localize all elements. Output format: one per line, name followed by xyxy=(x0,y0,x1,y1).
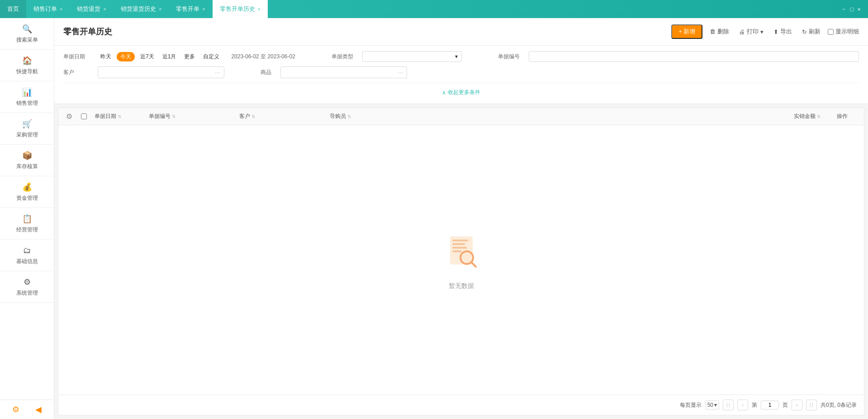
order-type-select[interactable]: ▾ xyxy=(362,51,462,62)
delete-button[interactable]: 🗑 删除 xyxy=(707,26,732,38)
date-option-7days[interactable]: 近7天 xyxy=(138,52,157,61)
settings-bottom-icon[interactable]: ⚙ xyxy=(12,405,19,414)
page-first-button[interactable]: ⟨⟨ xyxy=(723,400,734,410)
sys-mgmt-icon: ⚙ xyxy=(22,277,33,287)
sidebar-item-quick-nav[interactable]: 🏠 快捷导航 xyxy=(0,50,54,81)
refresh-button[interactable]: ↻ 刷新 xyxy=(799,26,823,38)
sales-mgmt-icon: 📊 xyxy=(22,87,33,98)
tab-sales-order-close[interactable]: × xyxy=(60,6,62,12)
export-button[interactable]: ⬆ 导出 xyxy=(771,26,795,38)
th-number[interactable]: 单据编号 ⇅ xyxy=(145,113,236,120)
select-all-input[interactable] xyxy=(81,113,87,119)
main-layout: 🔍 搜索采单 🏠 快捷导航 📊 销售管理 🛒 采购管理 📦 库存核算 💰 资金管… xyxy=(0,18,868,419)
goods-input[interactable] xyxy=(285,69,396,75)
date-option-today[interactable]: 今天 xyxy=(117,52,135,61)
sidebar-item-sales-mgmt[interactable]: 📊 销售管理 xyxy=(0,81,54,113)
sidebar-item-sales-mgmt-label: 销售管理 xyxy=(16,99,38,107)
sidebar-item-purchase-mgmt-label: 采购管理 xyxy=(16,131,38,139)
page-next-button[interactable]: ＞ xyxy=(792,400,802,410)
customer-filter-label: 客户 xyxy=(63,69,89,76)
tab-list: 首页 销售订单 × 销货退货 × 销货退货历史 × 零售开单 × 零售开单历史 … xyxy=(0,0,841,18)
tab-sales-return-close[interactable]: × xyxy=(103,6,106,12)
finance-mgmt-icon: 💰 xyxy=(22,182,33,193)
window-controls: － □ × xyxy=(841,5,868,13)
collapse-sidebar-icon[interactable]: ◀ xyxy=(35,405,42,414)
page-prev-button[interactable]: ＜ xyxy=(737,400,748,410)
goods-dots[interactable]: ··· xyxy=(398,69,403,76)
table-settings-button[interactable]: ⚙ xyxy=(62,112,76,121)
window-restore[interactable]: □ xyxy=(850,6,854,13)
date-range-display: 2023-06-02 至 2023-06-02 xyxy=(231,53,295,61)
th-amount[interactable]: 实销金额 ⇅ xyxy=(380,113,824,120)
tab-retail-open-history[interactable]: 零售开单历史 × xyxy=(213,0,268,18)
quick-nav-icon: 🏠 xyxy=(22,55,33,66)
tab-retail-open-label: 零售开单 xyxy=(176,5,199,13)
sidebar-item-basic-info-label: 基础信息 xyxy=(16,258,38,265)
tab-retail-open[interactable]: 零售开单 × xyxy=(169,0,212,18)
window-minimize[interactable]: － xyxy=(841,5,847,13)
date-option-1month[interactable]: 近1月 xyxy=(160,52,179,61)
customer-input-wrapper[interactable]: ··· xyxy=(98,66,224,78)
sidebar-item-finance-mgmt-label: 资金管理 xyxy=(16,194,38,202)
top-bar: 首页 销售订单 × 销货退货 × 销货退货历史 × 零售开单 × 零售开单历史 … xyxy=(0,0,868,18)
sidebar-item-finance-mgmt[interactable]: 💰 资金管理 xyxy=(0,176,54,208)
export-label: 导出 xyxy=(780,28,792,36)
add-button[interactable]: + 新增 xyxy=(671,24,702,39)
tab-sales-return[interactable]: 销货退货 × xyxy=(70,0,113,18)
tab-sales-order[interactable]: 销售订单 × xyxy=(26,0,70,18)
page-label: 第 xyxy=(752,401,757,409)
collapse-row: ∧ 收起更多条件 xyxy=(63,83,859,98)
tab-sales-return-history-label: 销货退货历史 xyxy=(121,5,156,13)
print-button[interactable]: 🖨 打印 ▾ xyxy=(736,26,766,38)
tab-sales-return-history-close[interactable]: × xyxy=(159,6,161,12)
th-number-sort-icon: ⇅ xyxy=(172,114,175,119)
tab-home[interactable]: 首页 xyxy=(0,0,26,18)
filter-area: 单据日期 昨天 今天 近7天 近1月 更多 自定义 2023-06-02 至 2… xyxy=(54,46,868,104)
sidebar-item-purchase-mgmt[interactable]: 🛒 采购管理 xyxy=(0,113,54,145)
page-size-select[interactable]: 50 ▾ xyxy=(705,400,719,410)
sidebar-item-ops-mgmt[interactable]: 📋 经营管理 xyxy=(0,208,54,240)
search-order-icon: 🔍 xyxy=(22,24,33,34)
date-option-custom[interactable]: 自定义 xyxy=(200,52,222,61)
table-area: ⚙ 单据日期 ⇅ 单据编号 ⇅ 客户 ⇅ 导购员 ⇅ xyxy=(58,108,864,415)
th-guide-label: 导购员 xyxy=(330,113,346,120)
tab-sales-return-history[interactable]: 销货退货历史 × xyxy=(114,0,169,18)
page-last-button[interactable]: ⟩⟩ xyxy=(806,400,817,410)
tab-retail-open-history-close[interactable]: × xyxy=(258,6,261,12)
show-detail-label: 显示明细 xyxy=(835,28,859,36)
goods-input-wrapper[interactable]: ··· xyxy=(280,66,407,78)
date-option-more[interactable]: 更多 xyxy=(181,52,198,61)
page-header: 零售开单历史 + 新增 🗑 删除 🖨 打印 ▾ ⬆ 导出 ↻ 刷新 xyxy=(54,18,868,46)
date-options: 昨天 今天 近7天 近1月 更多 自定义 xyxy=(98,52,222,61)
order-number-input[interactable] xyxy=(529,51,859,62)
tab-retail-open-close[interactable]: × xyxy=(202,6,205,12)
svg-rect-4 xyxy=(452,250,461,252)
sidebar-item-ops-mgmt-label: 经营管理 xyxy=(16,226,38,234)
window-close[interactable]: × xyxy=(857,6,861,13)
sidebar-item-search-order[interactable]: 🔍 搜索采单 xyxy=(0,18,54,50)
goods-filter-label: 商品 xyxy=(261,69,271,76)
customer-input[interactable] xyxy=(102,69,213,75)
th-guide[interactable]: 导购员 ⇅ xyxy=(326,113,380,120)
page-number-input[interactable] xyxy=(761,400,779,410)
collapse-up-icon: ∧ xyxy=(442,89,446,96)
th-date[interactable]: 单据日期 ⇅ xyxy=(91,113,145,120)
collapse-button[interactable]: ∧ 收起更多条件 xyxy=(63,87,859,98)
sidebar-item-inventory-label: 库存核算 xyxy=(16,163,38,170)
tab-home-label: 首页 xyxy=(7,5,19,13)
filter-row-2: 客户 ··· 商品 ··· xyxy=(63,66,859,78)
th-date-sort-icon: ⇅ xyxy=(118,114,121,119)
date-option-yesterday[interactable]: 昨天 xyxy=(98,52,114,61)
toolbar-buttons: + 新增 🗑 删除 🖨 打印 ▾ ⬆ 导出 ↻ 刷新 显示明细 xyxy=(671,24,859,39)
show-detail-checkbox[interactable] xyxy=(828,29,834,35)
sidebar-item-inventory[interactable]: 📦 库存核算 xyxy=(0,145,54,176)
customer-dots[interactable]: ··· xyxy=(215,69,220,76)
refresh-icon: ↻ xyxy=(802,28,807,35)
page-size-dropdown-icon: ▾ xyxy=(714,402,717,408)
th-customer[interactable]: 客户 ⇅ xyxy=(236,113,326,120)
tab-sales-return-label: 销货退货 xyxy=(77,5,100,13)
sidebar-item-sys-mgmt[interactable]: ⚙ 系统管理 xyxy=(0,271,54,303)
table-select-all-checkbox[interactable] xyxy=(76,113,91,119)
sidebar-item-basic-info[interactable]: 🗂 基础信息 xyxy=(0,240,54,271)
show-detail-checkbox-label[interactable]: 显示明细 xyxy=(828,28,859,36)
